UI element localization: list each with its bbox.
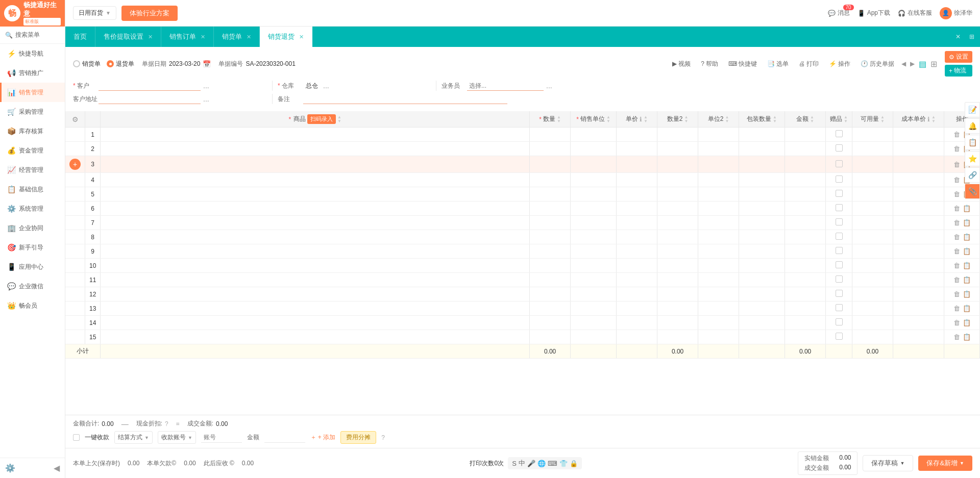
amount-input[interactable]	[264, 432, 305, 443]
address-input[interactable]	[99, 94, 201, 104]
row-package-8[interactable]	[739, 230, 785, 244]
footer-icon2[interactable]: 中	[519, 459, 525, 468]
row-qty-4[interactable]	[530, 173, 571, 187]
staff-input[interactable]	[467, 81, 544, 91]
row-unit-4[interactable]	[571, 173, 617, 187]
save-draft-dropdown-icon[interactable]: ▼	[900, 461, 904, 466]
row-price-6[interactable]	[617, 202, 657, 216]
gift-checkbox-13[interactable]	[836, 304, 843, 311]
tab-sales-delivery[interactable]: 销货单 ✕	[214, 27, 260, 47]
row-available-13[interactable]	[852, 301, 893, 316]
row-unit-2[interactable]	[571, 142, 617, 156]
qty-sort[interactable]: ▲ ▼	[557, 115, 561, 123]
right-panel-btn-3[interactable]: 📋	[965, 135, 980, 150]
row-cost-price-9[interactable]	[893, 244, 944, 259]
row-product-5[interactable]	[101, 187, 530, 202]
gift-checkbox-7[interactable]	[836, 218, 843, 225]
row-package-1[interactable]	[739, 128, 785, 142]
row-unit-13[interactable]	[571, 301, 617, 316]
row-cost-price-1[interactable]	[893, 128, 944, 142]
row-product-9[interactable]	[101, 244, 530, 259]
row-product-4[interactable]	[101, 173, 530, 187]
footer-icon3[interactable]: 🎤	[527, 460, 535, 467]
view-list-icon[interactable]: ▤	[919, 59, 926, 69]
category-select[interactable]: 日用百货 ▼	[73, 6, 116, 20]
row-cost-price-3[interactable]	[893, 156, 944, 173]
row-available-14[interactable]	[852, 316, 893, 330]
row-cost-price-10[interactable]	[893, 259, 944, 273]
price-tip-icon[interactable]: ℹ	[640, 116, 642, 123]
row-amount-4[interactable]	[785, 173, 826, 187]
row-gift-2[interactable]	[826, 142, 852, 156]
row-package-13[interactable]	[739, 301, 785, 316]
setting-btn[interactable]: ⚙ 设置	[945, 51, 972, 63]
view-grid-icon[interactable]: ⊞	[930, 59, 937, 69]
app-download-btn[interactable]: 📱 App下载	[857, 9, 890, 17]
row-product-1[interactable]	[101, 128, 530, 142]
row-gift-8[interactable]	[826, 230, 852, 244]
user-info[interactable]: 👤 徐泽华	[940, 7, 972, 19]
row-unit2-6[interactable]	[698, 202, 739, 216]
row-cost-price-7[interactable]	[893, 216, 944, 230]
row-product-15[interactable]	[101, 330, 530, 344]
row-cost-price-5[interactable]	[893, 187, 944, 202]
row-package-2[interactable]	[739, 142, 785, 156]
message-btn[interactable]: 💬 消息 70	[828, 9, 850, 17]
available-sort[interactable]: ▲ ▼	[880, 115, 885, 123]
row-qty-10[interactable]	[530, 259, 571, 273]
row-unit-5[interactable]	[571, 187, 617, 202]
row-amount-7[interactable]	[785, 216, 826, 230]
delete-icon-15[interactable]: 🗑	[953, 333, 960, 341]
row-gift-1[interactable]	[826, 128, 852, 142]
staff-dots[interactable]: ...	[544, 82, 555, 90]
gift-sort[interactable]: ▲ ▼	[844, 115, 848, 123]
row-available-6[interactable]	[852, 202, 893, 216]
sidebar-item-wechat[interactable]: 💬 企业微信	[0, 276, 65, 296]
right-panel-btn-6[interactable]: 📎	[965, 184, 980, 199]
radio-delivery[interactable]: 销货单	[73, 60, 101, 68]
row-qty2-9[interactable]	[657, 244, 698, 259]
gift-checkbox-8[interactable]	[836, 233, 843, 240]
row-qty2-1[interactable]	[657, 128, 698, 142]
row-package-7[interactable]	[739, 216, 785, 230]
row-qty-7[interactable]	[530, 216, 571, 230]
row-product-8[interactable]	[101, 230, 530, 244]
copy-icon-7[interactable]: 📋	[963, 219, 971, 227]
account-select[interactable]: 收款账号 ▼	[158, 431, 196, 444]
row-price-1[interactable]	[617, 128, 657, 142]
row-price-2[interactable]	[617, 142, 657, 156]
row-cost-price-14[interactable]	[893, 316, 944, 330]
copy-icon-10[interactable]: 📋	[963, 262, 971, 269]
save-new-dropdown-icon[interactable]: ▼	[960, 461, 964, 466]
amount-sort[interactable]: ▲ ▼	[810, 115, 814, 123]
sidebar-item-finance[interactable]: 💰 资金管理	[0, 141, 65, 160]
gift-checkbox-9[interactable]	[836, 247, 843, 254]
right-panel-btn-4[interactable]: ⭐	[965, 151, 980, 166]
delete-icon-12[interactable]: 🗑	[953, 290, 960, 298]
copy-icon-13[interactable]: 📋	[963, 305, 971, 312]
delete-icon-1[interactable]: 🗑	[953, 131, 960, 138]
row-product-2[interactable]	[101, 142, 530, 156]
delete-icon-11[interactable]: 🗑	[953, 276, 960, 284]
footer-icon7[interactable]: 🔒	[570, 460, 578, 467]
row-available-9[interactable]	[852, 244, 893, 259]
row-product-12[interactable]	[101, 287, 530, 301]
row-unit-6[interactable]	[571, 202, 617, 216]
sidebar-item-operation[interactable]: 📈 经营管理	[0, 160, 65, 180]
row-amount-2[interactable]	[785, 142, 826, 156]
row-available-11[interactable]	[852, 273, 893, 287]
row-unit2-2[interactable]	[698, 142, 739, 156]
gift-checkbox-1[interactable]	[836, 130, 843, 137]
operate-btn[interactable]: ⚡ 操作	[826, 59, 853, 69]
copy-icon-6[interactable]: 📋	[963, 205, 971, 212]
row-gift-9[interactable]	[826, 244, 852, 259]
row-unit-15[interactable]	[571, 330, 617, 344]
calendar-icon[interactable]: 📅	[203, 60, 211, 68]
row-qty-9[interactable]	[530, 244, 571, 259]
row-unit-10[interactable]	[571, 259, 617, 273]
row-qty2-5[interactable]	[657, 187, 698, 202]
right-panel-btn-1[interactable]: 📝	[965, 102, 980, 117]
row-package-6[interactable]	[739, 202, 785, 216]
unit-sort[interactable]: ▲ ▼	[606, 115, 610, 123]
cost-price-tip-icon[interactable]: ℹ	[927, 116, 930, 123]
